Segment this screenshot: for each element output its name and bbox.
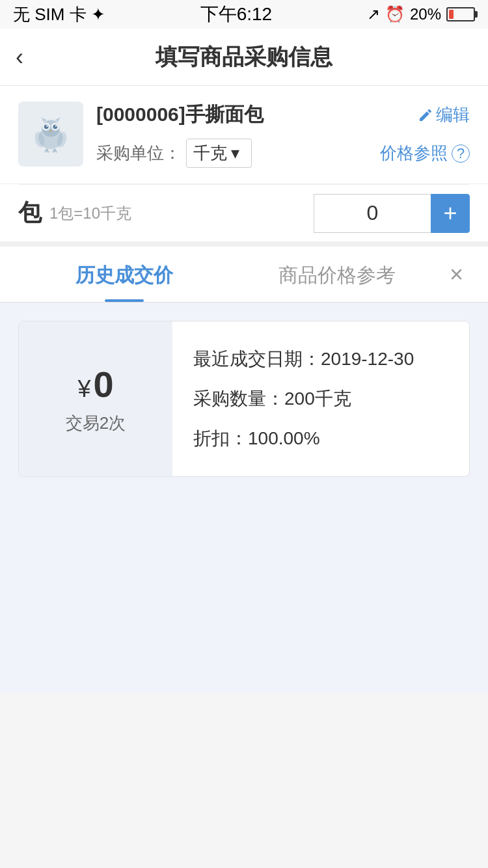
battery-percent: 20% xyxy=(410,5,441,23)
unit-badge: 包 xyxy=(18,197,42,229)
quantity-input[interactable] xyxy=(314,194,431,233)
tab-bar: 历史成交价 商品价格参考 × xyxy=(0,247,488,302)
product-image xyxy=(18,102,83,167)
price-ref-help-icon: ? xyxy=(452,144,470,163)
transaction-right: 最近成交日期：2019-12-30 采购数量：200千克 折扣：100.00% xyxy=(172,321,469,476)
battery-fill xyxy=(449,10,454,19)
quantity-row: 包 1包=10千克 + xyxy=(18,184,470,241)
unit-label: 采购单位： 千克 ▾ xyxy=(96,139,252,168)
product-unit-row: 采购单位： 千克 ▾ 价格参照 ? xyxy=(96,139,470,168)
svg-marker-10 xyxy=(55,117,61,122)
tab-product-price-ref[interactable]: 商品价格参考 xyxy=(230,247,442,302)
quantity-control: + xyxy=(314,194,470,233)
quantity-plus-button[interactable]: + xyxy=(431,194,470,233)
price-ref-button[interactable]: 价格参照 ? xyxy=(380,142,470,165)
svg-marker-9 xyxy=(41,117,47,122)
back-button[interactable]: ‹ xyxy=(16,44,23,71)
transaction-price: ¥ 0 xyxy=(77,363,113,405)
discount: 折扣：100.00% xyxy=(193,424,448,454)
svg-point-6 xyxy=(46,125,48,127)
svg-point-7 xyxy=(55,125,57,127)
purchase-quantity: 采购数量：200千克 xyxy=(193,385,448,414)
product-header: [0000006]手撕面包 编辑 xyxy=(96,102,470,128)
svg-point-5 xyxy=(53,124,57,129)
edit-button[interactable]: 编辑 xyxy=(418,103,470,126)
unit-conversion: 1包=10千克 xyxy=(49,203,131,224)
product-name: [0000006]手撕面包 xyxy=(96,102,264,128)
product-logo xyxy=(31,115,70,154)
unit-select[interactable]: 千克 ▾ xyxy=(186,139,252,168)
price-symbol: ¥ xyxy=(77,375,90,403)
tab-history-price[interactable]: 历史成交价 xyxy=(18,247,230,302)
dropdown-icon: ▾ xyxy=(231,143,239,163)
quantity-section: 包 1包=10千克 + xyxy=(0,184,488,247)
recent-date: 最近成交日期：2019-12-30 xyxy=(193,345,448,374)
status-time: 下午6:12 xyxy=(200,2,273,27)
status-right: ↗ ⏰ 20% xyxy=(367,5,475,23)
price-value: 0 xyxy=(93,363,113,405)
nav-bar: ‹ 填写商品采购信息 xyxy=(0,29,488,86)
transaction-count: 交易2次 xyxy=(66,412,126,435)
sim-status: 无 SIM 卡 ✦ xyxy=(13,3,105,26)
location-icon: ↗ xyxy=(367,5,380,23)
product-info: [0000006]手撕面包 编辑 采购单位： 千克 ▾ 价格参照 ? xyxy=(96,102,470,168)
tab-section: 历史成交价 商品价格参考 × xyxy=(0,247,488,303)
transaction-left: ¥ 0 交易2次 xyxy=(19,321,172,476)
content-area: ¥ 0 交易2次 最近成交日期：2019-12-30 采购数量：200千克 折扣… xyxy=(0,303,488,693)
battery-icon xyxy=(446,7,475,21)
status-bar: 无 SIM 卡 ✦ 下午6:12 ↗ ⏰ 20% xyxy=(0,0,488,29)
transaction-card: ¥ 0 交易2次 最近成交日期：2019-12-30 采购数量：200千克 折扣… xyxy=(18,321,470,477)
quantity-unit: 包 1包=10千克 xyxy=(18,197,131,229)
alarm-icon: ⏰ xyxy=(385,5,405,23)
tab-close-button[interactable]: × xyxy=(443,254,470,295)
page-title: 填写商品采购信息 xyxy=(156,42,332,72)
status-left: 无 SIM 卡 ✦ xyxy=(13,3,105,26)
svg-point-4 xyxy=(44,124,49,129)
product-card: [0000006]手撕面包 编辑 采购单位： 千克 ▾ 价格参照 ? xyxy=(0,86,488,184)
